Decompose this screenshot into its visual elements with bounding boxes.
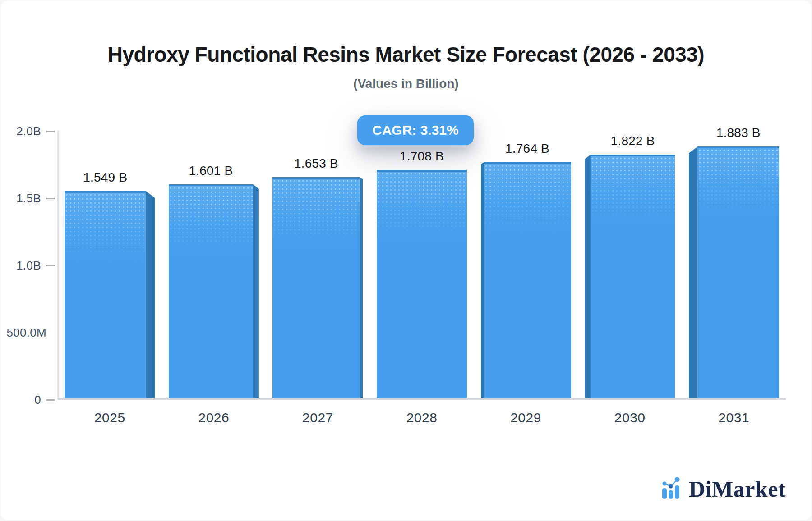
brand-logo: DiMarket (661, 474, 786, 499)
y-axis: 2.0B1.5B1.0B500.0M0 (0, 131, 55, 401)
y-axis-tick (46, 131, 55, 132)
bar-value-label: 1.549 B (51, 170, 159, 185)
y-axis-tick (46, 265, 55, 266)
y-axis-row: 0 (34, 392, 55, 407)
bar-2029[interactable] (481, 162, 571, 399)
bar-value-label: 1.653 B (262, 156, 370, 171)
x-axis-labels: 2025202620272028202920302031 (58, 410, 786, 433)
chart-card: Hydroxy Functional Resins Market Size Fo… (0, 0, 812, 521)
bar-chart-trend-icon (661, 474, 682, 499)
bar-side-face (253, 184, 259, 399)
bar-value-label: 1.601 B (157, 164, 265, 178)
y-axis-label: 500.0M (6, 326, 46, 340)
bar-2026[interactable] (169, 184, 259, 399)
bar-2028[interactable] (377, 170, 467, 399)
bar-2030[interactable] (585, 155, 675, 399)
bar-face (377, 170, 467, 399)
y-axis-row: 1.0B (16, 258, 55, 273)
bar-value-label: 1.764 B (473, 142, 581, 156)
x-axis-label: 2026 (162, 410, 266, 425)
chart-title: Hydroxy Functional Resins Market Size Fo… (0, 42, 812, 67)
bar-face (484, 162, 571, 399)
y-axis-row: 2.0B (16, 123, 55, 139)
bar-2031[interactable] (689, 146, 779, 399)
x-axis-label: 2029 (474, 410, 578, 425)
x-axis-label: 2027 (266, 410, 369, 425)
logo-text: DiMarket (689, 479, 786, 499)
bar-face (698, 146, 779, 399)
bar-face (65, 191, 146, 399)
bar-side-face (585, 155, 591, 399)
bar-side-face (689, 146, 698, 399)
bar-side-face (360, 177, 363, 399)
bar-2025[interactable] (65, 191, 155, 399)
x-axis-label: 2031 (682, 410, 786, 425)
x-axis-label: 2025 (58, 410, 161, 425)
bar-face (169, 184, 253, 399)
bar-face (272, 177, 360, 399)
y-axis-label: 0 (34, 393, 41, 407)
bar-side-face (481, 162, 484, 399)
bar-face (591, 155, 675, 399)
bar-2027[interactable] (272, 177, 363, 399)
chart-subtitle: (Values in Billion) (0, 77, 812, 91)
y-axis-row: 500.0M (6, 325, 55, 340)
x-axis-line (58, 398, 786, 400)
bar-value-label: 1.883 B (684, 126, 793, 140)
plot-area: 1.549 B1.601 B1.653 B1.708 B1.764 B1.822… (58, 131, 786, 399)
y-axis-row: 1.5B (16, 191, 55, 206)
x-axis-label: 2030 (578, 410, 682, 425)
y-axis-tick (46, 198, 55, 199)
y-axis-label: 2.0B (16, 124, 41, 138)
bar-value-label: 1.822 B (579, 134, 687, 148)
y-axis-label: 1.0B (16, 259, 41, 273)
bar-side-face (146, 191, 155, 399)
y-axis-tick (46, 399, 55, 401)
bar-value-label: 1.708 B (368, 149, 476, 164)
x-axis-label: 2028 (370, 410, 474, 425)
y-axis-label: 1.5B (16, 192, 41, 206)
